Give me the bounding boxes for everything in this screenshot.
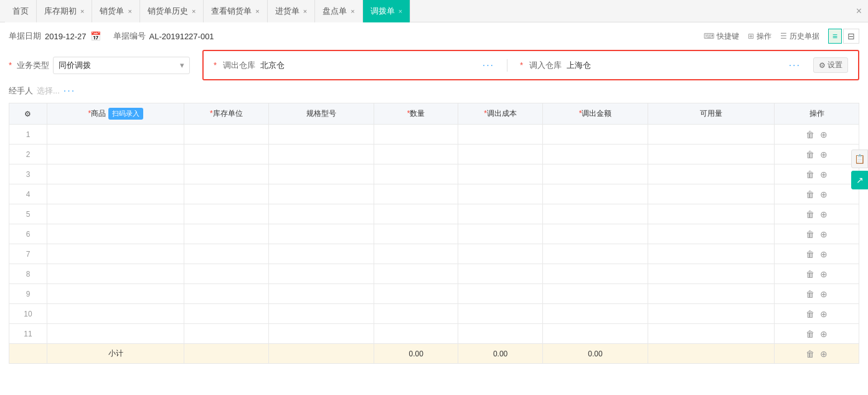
cost-cell-4[interactable] — [458, 184, 542, 204]
delete-icon-2[interactable]: 🗑 — [806, 150, 814, 159]
copy-icon-5[interactable]: ⊕ — [820, 209, 828, 219]
qty-cell-5[interactable] — [374, 204, 458, 224]
product-cell-8[interactable] — [47, 264, 184, 284]
spec-cell-7[interactable] — [268, 244, 374, 264]
copy-icon-1[interactable]: ⊕ — [820, 130, 828, 140]
product-cell-11[interactable] — [47, 324, 184, 344]
product-cell-5[interactable] — [47, 204, 184, 224]
amount-cell-4[interactable] — [542, 184, 648, 204]
available-cell-3[interactable] — [648, 164, 775, 184]
delete-icon-1[interactable]: 🗑 — [806, 130, 814, 140]
qty-cell-1[interactable] — [374, 125, 458, 145]
settings-button[interactable]: ⚙ 设置 — [813, 57, 848, 73]
amount-cell-9[interactable] — [542, 284, 648, 304]
cost-cell-7[interactable] — [458, 244, 542, 264]
calendar-icon[interactable]: 📅 — [90, 31, 101, 41]
spec-cell-3[interactable] — [268, 164, 374, 184]
qty-cell-6[interactable] — [374, 224, 458, 244]
tab-home[interactable]: 首页 — [5, 0, 37, 22]
amount-cell-2[interactable] — [542, 145, 648, 164]
product-cell-9[interactable] — [47, 284, 184, 304]
unit-cell-4[interactable] — [184, 184, 268, 204]
spec-cell-10[interactable] — [268, 304, 374, 324]
available-cell-8[interactable] — [648, 264, 775, 284]
delete-icon-5[interactable]: 🗑 — [806, 209, 814, 219]
delete-icon-6[interactable]: 🗑 — [806, 229, 814, 239]
copy-icon-8[interactable]: ⊕ — [820, 269, 828, 279]
amount-cell-6[interactable] — [542, 224, 648, 244]
cost-cell-5[interactable] — [458, 204, 542, 224]
transfer-in-more-button[interactable]: ··· — [789, 60, 801, 71]
delete-icon-8[interactable]: 🗑 — [806, 269, 814, 279]
right-panel-notes-button[interactable]: 📋 — [851, 150, 868, 168]
tab-purchase[interactable]: 进货单 × — [268, 0, 315, 22]
close-sales-order[interactable]: × — [128, 7, 131, 15]
tab-inventory-init[interactable]: 库存期初 × — [37, 0, 92, 22]
available-cell-9[interactable] — [648, 284, 775, 304]
col-header-settings[interactable]: ⚙ — [9, 103, 47, 125]
spec-cell-1[interactable] — [268, 125, 374, 145]
copy-icon-6[interactable]: ⊕ — [820, 229, 828, 239]
product-cell-10[interactable] — [47, 304, 184, 324]
cost-cell-11[interactable] — [458, 324, 542, 344]
available-cell-7[interactable] — [648, 244, 775, 264]
available-cell-6[interactable] — [648, 224, 775, 244]
unit-cell-7[interactable] — [184, 244, 268, 264]
qty-cell-2[interactable] — [374, 145, 458, 164]
qty-cell-11[interactable] — [374, 324, 458, 344]
unit-cell-10[interactable] — [184, 304, 268, 324]
amount-cell-3[interactable] — [542, 164, 648, 184]
cost-cell-2[interactable] — [458, 145, 542, 164]
shortcuts-action[interactable]: ⌨ 快捷键 — [704, 31, 739, 42]
unit-cell-11[interactable] — [184, 324, 268, 344]
spec-cell-8[interactable] — [268, 264, 374, 284]
copy-icon-7[interactable]: ⊕ — [820, 249, 828, 259]
transfer-out-more-button[interactable]: ··· — [483, 60, 494, 71]
close-sales-history[interactable]: × — [192, 7, 196, 15]
close-inventory-check[interactable]: × — [351, 7, 354, 15]
product-cell-4[interactable] — [47, 184, 184, 204]
amount-cell-5[interactable] — [542, 204, 648, 224]
qty-cell-10[interactable] — [374, 304, 458, 324]
available-cell-5[interactable] — [648, 204, 775, 224]
product-cell-1[interactable] — [47, 125, 184, 145]
close-view-sales[interactable]: × — [255, 7, 259, 15]
available-cell-11[interactable] — [648, 324, 775, 344]
spec-cell-2[interactable] — [268, 145, 374, 164]
qty-cell-8[interactable] — [374, 264, 458, 284]
close-purchase[interactable]: × — [303, 7, 307, 15]
delete-icon-9[interactable]: 🗑 — [806, 289, 814, 299]
spec-cell-9[interactable] — [268, 284, 374, 304]
copy-icon-sub[interactable]: ⊕ — [820, 349, 828, 359]
available-cell-10[interactable] — [648, 304, 775, 324]
delete-icon-7[interactable]: 🗑 — [806, 249, 814, 259]
business-type-select[interactable]: 同价调拨 ▾ — [53, 57, 190, 74]
close-inventory-init[interactable]: × — [80, 7, 84, 15]
history-action[interactable]: ☰ 历史单据 — [780, 31, 819, 42]
tab-view-sales[interactable]: 查看销货单 × — [204, 0, 267, 22]
qty-cell-9[interactable] — [374, 284, 458, 304]
available-cell-4[interactable] — [648, 184, 775, 204]
copy-icon-9[interactable]: ⊕ — [820, 289, 828, 299]
operations-action[interactable]: ⊞ 操作 — [748, 31, 771, 42]
unit-cell-3[interactable] — [184, 164, 268, 184]
amount-cell-11[interactable] — [542, 324, 648, 344]
delete-icon-11[interactable]: 🗑 — [806, 329, 814, 339]
delete-icon-10[interactable]: 🗑 — [806, 309, 814, 319]
unit-cell-2[interactable] — [184, 145, 268, 164]
copy-icon-11[interactable]: ⊕ — [820, 329, 828, 339]
spec-cell-11[interactable] — [268, 324, 374, 344]
product-cell-6[interactable] — [47, 224, 184, 244]
unit-cell-8[interactable] — [184, 264, 268, 284]
available-cell-1[interactable] — [648, 125, 775, 145]
layout-btn-list[interactable]: ≡ — [828, 29, 842, 44]
delete-icon-3[interactable]: 🗑 — [806, 169, 814, 179]
cost-cell-9[interactable] — [458, 284, 542, 304]
unit-cell-6[interactable] — [184, 224, 268, 244]
tab-inventory-check[interactable]: 盘点单 × — [315, 0, 362, 22]
cost-cell-6[interactable] — [458, 224, 542, 244]
spec-cell-5[interactable] — [268, 204, 374, 224]
right-panel-expand-button[interactable]: ↗ — [851, 171, 868, 189]
cost-cell-8[interactable] — [458, 264, 542, 284]
copy-icon-4[interactable]: ⊕ — [820, 189, 828, 199]
